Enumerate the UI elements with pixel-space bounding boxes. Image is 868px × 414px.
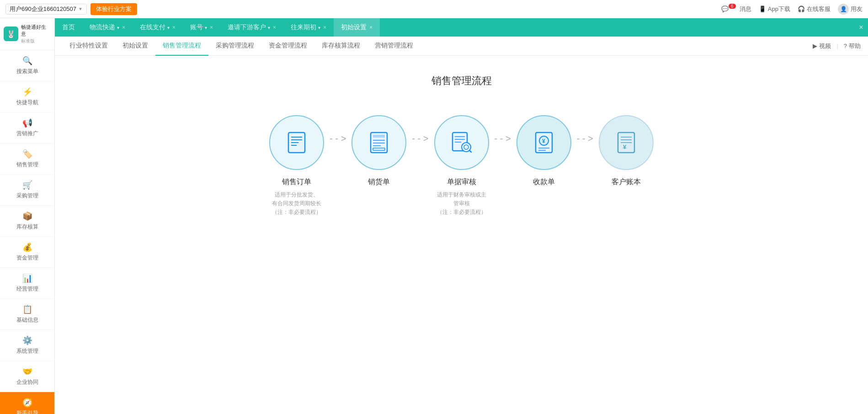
sidebar-item-system[interactable]: ⚙️ 系统管理 bbox=[0, 330, 54, 361]
sub-tab-init[interactable]: 初始设置 bbox=[115, 37, 155, 56]
user-selector[interactable]: 用户690企业1660120507 ▼ bbox=[5, 4, 87, 15]
close-icon[interactable]: × bbox=[323, 24, 326, 31]
trial-button[interactable]: 体验行业方案 bbox=[91, 3, 137, 15]
sub-tab-init-label: 初始设置 bbox=[122, 42, 148, 50]
sidebar-operation-label: 经营管理 bbox=[16, 285, 38, 293]
sub-tab-finance-flow[interactable]: 资金管理流程 bbox=[261, 37, 314, 56]
sidebar-item-finance[interactable]: 💰 资金管理 bbox=[0, 237, 54, 268]
sub-tab-purchase-flow-label: 采购管理流程 bbox=[216, 42, 254, 50]
chevron-down-icon: ▾ bbox=[268, 25, 270, 30]
close-icon[interactable]: × bbox=[273, 24, 276, 31]
sub-tab-actions: ▶ 视频 | ? 帮助 bbox=[813, 42, 861, 50]
flow-name-receipt: 收款单 bbox=[533, 177, 555, 187]
tab-logistics-label: 物流快递 bbox=[90, 23, 115, 32]
sidebar-item-purchase[interactable]: 🛒 采购管理 bbox=[0, 175, 54, 206]
chevron-down-icon: ▾ bbox=[318, 25, 320, 30]
sidebar-coop-label: 企业协同 bbox=[16, 378, 38, 386]
sidebar-item-guide[interactable]: 🧭 新手引导 bbox=[0, 392, 54, 414]
message-icon: 💬 bbox=[721, 5, 729, 12]
sub-tab-marketing-flow[interactable]: 营销管理流程 bbox=[367, 37, 421, 56]
flow-name-sales-invoice: 销货单 bbox=[368, 177, 390, 187]
chevron-down-icon: ▼ bbox=[78, 6, 83, 11]
message-label: 消息 bbox=[740, 5, 751, 13]
flow-name-sales-order: 销售订单 bbox=[282, 177, 311, 187]
sub-tab-sales-flow-label: 销售管理流程 bbox=[163, 42, 201, 50]
sidebar-item-coop[interactable]: 🤝 企业协同 bbox=[0, 361, 54, 392]
logo-icon: 🐰 bbox=[4, 27, 18, 41]
sub-tab-industry-label: 行业特性设置 bbox=[69, 42, 108, 50]
service-action[interactable]: 🎧 在线客服 bbox=[798, 5, 831, 13]
app-download-action[interactable]: 📱 App下载 bbox=[759, 5, 790, 13]
flow-circle-sales-order bbox=[269, 115, 324, 170]
sidebar-item-search[interactable]: 🔍 搜索菜单 bbox=[0, 50, 54, 81]
tab-payment[interactable]: 在线支付 ▾ × bbox=[133, 18, 183, 37]
flow-item-sales-order[interactable]: 销售订单 适用于分批发货、有合同发货周期较长（注：非必要流程） bbox=[260, 115, 333, 217]
sidebar-item-marketing[interactable]: 📢 营销推广 bbox=[0, 112, 54, 143]
basic-icon: 📋 bbox=[22, 304, 32, 314]
app-label: App下载 bbox=[768, 5, 790, 13]
content-area: 销售管理流程 销售订单 适用于分批发货、有合同发货周期较长（ bbox=[55, 56, 868, 414]
flow-name-account-book: 客户账本 bbox=[612, 177, 641, 187]
flow-diagram: 销售订单 适用于分批发货、有合同发货周期较长（注：非必要流程） - - > bbox=[64, 115, 859, 217]
sub-tab-industry[interactable]: 行业特性设置 bbox=[62, 37, 115, 56]
top-header: 用户690企业1660120507 ▼ 体验行业方案 💬 6 消息 📱 App下… bbox=[0, 0, 868, 18]
sub-tab-finance-flow-label: 资金管理流程 bbox=[269, 42, 307, 50]
quick-icon: ⚡ bbox=[22, 87, 32, 97]
coop-icon: 🤝 bbox=[22, 366, 32, 377]
sidebar-logo: 🐰 畅捷通好生意 标准版 bbox=[0, 18, 54, 50]
tab-account[interactable]: 账号 ▾ × bbox=[183, 18, 220, 37]
tab-invite-label: 邀请下游客户 bbox=[228, 23, 266, 32]
sidebar-basic-label: 基础信息 bbox=[16, 316, 38, 324]
chevron-down-icon: ▾ bbox=[167, 25, 170, 30]
page-title: 销售管理流程 bbox=[64, 74, 859, 88]
flow-item-sales-invoice[interactable]: 销货单 bbox=[342, 115, 415, 191]
svg-rect-6 bbox=[373, 135, 385, 138]
flow-desc-sales-order: 适用于分批发货、有合同发货周期较长（注：非必要流程） bbox=[272, 191, 321, 217]
sidebar-item-sales[interactable]: 🏷️ 销售管理 bbox=[0, 143, 54, 175]
tab-invite[interactable]: 邀请下游客户 ▾ × bbox=[220, 18, 283, 37]
message-action[interactable]: 💬 6 消息 bbox=[721, 5, 751, 13]
flow-circle-receipt: ¥ bbox=[517, 115, 571, 170]
message-badge: 6 bbox=[729, 4, 736, 9]
flow-item-review[interactable]: 单据审核 适用于财务审核或主管审核（注：非必要流程） bbox=[425, 115, 498, 217]
help-action[interactable]: ? 帮助 bbox=[844, 42, 861, 50]
logo-tag: 标准版 bbox=[21, 38, 51, 44]
sidebar-inventory-label: 库存核算 bbox=[16, 223, 38, 231]
sidebar: 🐰 畅捷通好生意 标准版 🔍 搜索菜单 ⚡ 快捷导航 📢 营销推广 🏷️ 销售管… bbox=[0, 18, 55, 414]
video-label: 视频 bbox=[819, 42, 831, 50]
flow-circle-review bbox=[434, 115, 489, 170]
close-icon[interactable]: × bbox=[210, 24, 213, 31]
inventory-icon: 📦 bbox=[22, 211, 32, 221]
marketing-icon: 📢 bbox=[22, 118, 32, 128]
flow-circle-sales-invoice bbox=[351, 115, 406, 170]
operation-icon: 📊 bbox=[22, 273, 32, 283]
sub-tab-purchase-flow[interactable]: 采购管理流程 bbox=[208, 37, 261, 56]
flow-name-review: 单据审核 bbox=[447, 177, 476, 187]
search-icon: 🔍 bbox=[22, 56, 32, 66]
tab-logistics[interactable]: 物流快递 ▾ × bbox=[82, 18, 133, 37]
close-icon[interactable]: × bbox=[122, 24, 125, 31]
close-icon[interactable]: × bbox=[369, 24, 373, 31]
tab-home[interactable]: 首页 bbox=[55, 18, 82, 37]
video-action[interactable]: ▶ 视频 bbox=[813, 42, 831, 50]
username-label: 用友 bbox=[851, 5, 863, 13]
tab-period[interactable]: 往来期初 ▾ × bbox=[283, 18, 334, 37]
mobile-icon: 📱 bbox=[759, 5, 766, 12]
sidebar-item-basic[interactable]: 📋 基础信息 bbox=[0, 299, 54, 330]
sub-tab-sales-flow[interactable]: 销售管理流程 bbox=[155, 37, 208, 56]
nav-tabs: 首页 物流快递 ▾ × 在线支付 ▾ × 账号 ▾ × 邀请下游客户 ▾ × bbox=[55, 18, 868, 37]
tab-init-label: 初始设置 bbox=[341, 23, 367, 32]
tab-home-label: 首页 bbox=[62, 23, 75, 32]
sidebar-item-quick[interactable]: ⚡ 快捷导航 bbox=[0, 81, 54, 112]
sub-tab-inventory-flow[interactable]: 库存核算流程 bbox=[314, 37, 367, 56]
flow-item-account-book[interactable]: ¥ 客户账本 bbox=[590, 115, 663, 191]
sidebar-finance-label: 资金管理 bbox=[16, 254, 38, 262]
user-action[interactable]: 👤 用友 bbox=[838, 4, 863, 15]
tab-init[interactable]: 初始设置 × bbox=[334, 18, 380, 37]
close-icon[interactable]: × bbox=[172, 24, 176, 31]
sidebar-item-inventory[interactable]: 📦 库存核算 bbox=[0, 206, 54, 237]
flow-item-receipt[interactable]: ¥ 收款单 bbox=[507, 115, 580, 191]
sidebar-item-operation[interactable]: 📊 经营管理 bbox=[0, 268, 54, 299]
chevron-down-icon: ▾ bbox=[117, 25, 119, 30]
close-all-button[interactable]: × bbox=[854, 18, 868, 37]
